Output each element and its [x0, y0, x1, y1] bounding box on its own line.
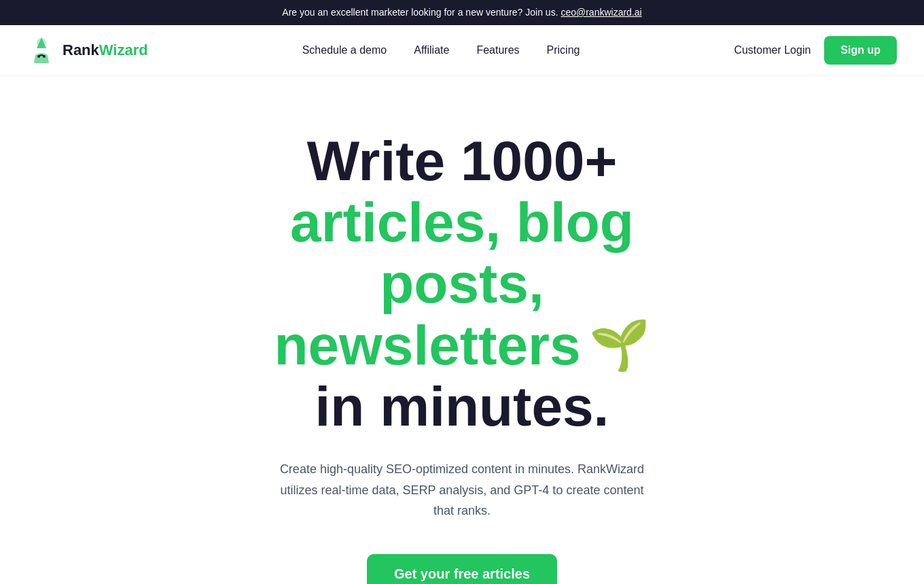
hero-headline: Write 1000+ articles, blog posts, newsle…	[274, 131, 650, 437]
customer-login-link[interactable]: Customer Login	[734, 44, 811, 56]
headline-articles-blog: articles, blog	[290, 191, 634, 253]
headline-newsletters: newsletters	[274, 315, 580, 376]
headline-line-4-row: newsletters 🌱	[274, 315, 650, 376]
hero-subtext: Create high-quality SEO-optimized conten…	[272, 459, 652, 521]
main-nav: RankWizard Schedule a demo Affiliate Fea…	[0, 25, 924, 76]
headline-line-3: posts,	[274, 253, 650, 314]
headline-line-2: articles, blog	[274, 192, 650, 253]
sprout-icon: 🌱	[589, 318, 650, 372]
nav-link-features[interactable]: Features	[476, 44, 519, 56]
announcement-email-link[interactable]: ceo@rankwizard.ai	[561, 7, 641, 18]
nav-links: Schedule a demo Affiliate Features Prici…	[302, 44, 580, 56]
logo-wizard: Wizard	[99, 41, 148, 58]
nav-link-affiliate[interactable]: Affiliate	[414, 44, 449, 56]
hero-section: Write 1000+ articles, blog posts, newsle…	[0, 76, 924, 584]
headline-line-5: in minutes.	[274, 376, 650, 437]
nav-link-schedule-demo[interactable]: Schedule a demo	[302, 44, 387, 56]
nav-link-pricing[interactable]: Pricing	[547, 44, 580, 56]
announcement-text: Are you an excellent marketer looking fo…	[282, 7, 558, 18]
logo-icon	[27, 36, 56, 65]
headline-in-minutes: in minutes.	[315, 375, 609, 437]
nav-actions: Customer Login Sign up	[734, 36, 897, 65]
signup-button[interactable]: Sign up	[824, 36, 897, 65]
headline-write: Write 1000+	[307, 130, 618, 192]
logo[interactable]: RankWizard	[27, 36, 148, 65]
announcement-bar: Are you an excellent marketer looking fo…	[0, 0, 924, 25]
headline-line-1: Write 1000+	[274, 131, 650, 192]
cta-get-articles-button[interactable]: Get your free articles	[367, 554, 557, 584]
logo-text: RankWizard	[63, 41, 148, 59]
logo-rank: Rank	[63, 41, 99, 58]
headline-posts: posts,	[380, 252, 544, 314]
svg-point-2	[37, 55, 40, 58]
svg-point-3	[43, 55, 46, 58]
